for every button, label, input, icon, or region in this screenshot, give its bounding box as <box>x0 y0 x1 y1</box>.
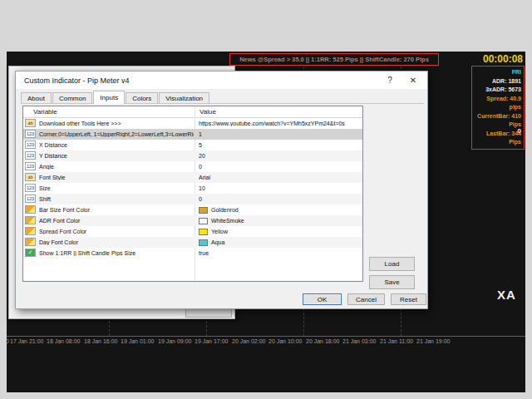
tab-colors[interactable]: Colors <box>126 92 158 104</box>
tab-visualization[interactable]: Visualization <box>159 92 209 104</box>
variable-value[interactable]: 20 <box>199 153 362 159</box>
variable-name: Corner,0=UpperLeft, 1=UpperRight,2=Lower… <box>39 131 194 137</box>
variable-name: Font Style <box>39 175 194 180</box>
column-header-value[interactable]: Value <box>200 108 216 116</box>
variable-name: Size <box>39 185 194 191</box>
tab-divider <box>21 103 424 104</box>
table-row[interactable]: Day Font Color Aqua <box>23 237 362 248</box>
variable-name: Day Font Color <box>39 239 194 245</box>
help-button[interactable]: ? <box>377 71 402 89</box>
table-row[interactable]: Bar Size Font Color Goldenrod <box>23 204 362 215</box>
table-row[interactable]: Spread Font Color Yellow <box>23 226 362 237</box>
close-icon[interactable]: ✕ <box>401 71 426 89</box>
table-row[interactable]: ab Font Style Arial <box>23 172 362 183</box>
table-row[interactable]: 123 Corner,0=UpperLeft, 1=UpperRight,2=L… <box>23 129 362 140</box>
time-label: 21 Jan 19:00 <box>416 338 450 344</box>
last-bar-value: LastBar: 344 Pips <box>475 130 521 147</box>
color-name: Aqua <box>211 239 224 245</box>
table-row[interactable]: ab Download other Tools Here >>> https:/… <box>23 118 362 129</box>
variable-value[interactable]: true <box>199 250 362 256</box>
table-row[interactable]: 123 Size 10 <box>23 183 362 194</box>
time-axis[interactable]: 0 17 Jan 21:00 18 Jan 08:00 18 Jan 16:00… <box>7 338 525 348</box>
day-label: FRI <box>475 68 521 77</box>
ok-button[interactable]: OK <box>303 293 342 305</box>
variable-name: Shift <box>39 196 194 202</box>
column-header-variable[interactable]: Variable <box>33 108 57 116</box>
time-label: 19 Jan 17:00 <box>195 338 228 344</box>
table-row[interactable]: 123 Shift 0 <box>23 194 362 204</box>
table-header: Variable Value <box>23 106 362 118</box>
color-type-icon <box>25 238 36 246</box>
variable-value[interactable]: Goldenrod <box>199 207 362 214</box>
integer-type-icon: 123 <box>25 162 36 170</box>
table-row[interactable]: ADR Font Color WhiteSmoke <box>23 215 362 226</box>
color-type-icon <box>25 227 36 235</box>
screenshot-root: News @Spread > 35.0 || 1:1RR: 525 Pips |… <box>0 0 532 399</box>
variable-name: X Distance <box>39 142 194 148</box>
tab-inputs[interactable]: Inputs <box>93 91 125 104</box>
variable-value[interactable]: Aqua <box>199 239 362 246</box>
tab-about[interactable]: About <box>21 92 52 104</box>
tab-common[interactable]: Common <box>52 92 92 104</box>
time-label: 17 Jan 21:00 <box>10 338 43 344</box>
boolean-type-icon: ✓ <box>25 249 36 257</box>
variable-name: Bar Size Font Color <box>39 207 194 213</box>
time-label: 20 Jan 18:00 <box>306 338 339 344</box>
integer-type-icon: 123 <box>25 195 36 203</box>
integer-type-icon: 123 <box>25 184 36 192</box>
variable-value[interactable]: WhiteSmoke <box>199 218 362 224</box>
color-name: Goldenrod <box>211 207 239 213</box>
variable-name: Spread Font Color <box>39 229 194 234</box>
variable-name: Angle <box>39 164 194 170</box>
time-label: 19 Jan 01:00 <box>121 338 154 344</box>
time-label: 0 <box>6 338 9 344</box>
custom-indicator-dialog[interactable]: Custom Indicator - Pip Meter v4 ? ✕ Abou… <box>15 71 428 309</box>
time-label: 20 Jan 02:00 <box>232 338 265 344</box>
variable-value[interactable]: https://www.youtube.com/watch?v=YMh5xzYP… <box>199 121 362 126</box>
variable-name: Y Distance <box>39 153 194 159</box>
color-swatch <box>199 218 208 224</box>
table-row[interactable]: 123 Y Distance 20 <box>23 150 362 161</box>
integer-type-icon: 123 <box>25 130 36 138</box>
time-label: 18 Jan 08:00 <box>47 338 80 344</box>
string-type-icon: ab <box>25 173 36 181</box>
load-button[interactable]: Load <box>369 257 415 271</box>
table-row[interactable]: ✓ Show 1:1RR || Shift Candle Pips Size t… <box>23 248 362 259</box>
current-bar-value: CurrentBar: 410 Pips <box>475 112 521 130</box>
time-axis-line <box>7 336 525 337</box>
color-type-icon <box>25 216 36 224</box>
time-label: 21 Jan 11:00 <box>380 338 413 344</box>
variable-value[interactable]: Arial <box>199 175 362 180</box>
color-swatch <box>199 239 208 246</box>
save-button[interactable]: Save <box>369 275 415 289</box>
integer-type-icon: 123 <box>25 151 36 160</box>
adr-value: ADR: 1891 <box>475 77 521 86</box>
color-name: WhiteSmoke <box>211 218 244 224</box>
news-alert-label: News @Spread > 35.0 || 1:1RR: 525 Pips |… <box>229 53 439 66</box>
variable-value[interactable]: 0 <box>199 196 362 202</box>
color-type-icon <box>25 205 36 214</box>
variable-value[interactable]: 10 <box>199 185 362 191</box>
table-row[interactable]: 123 Angle 0 <box>23 161 362 172</box>
variable-value[interactable]: Yellow <box>199 229 362 235</box>
variable-name: Show 1:1RR || Shift Candle Pips Size <box>39 250 194 256</box>
inputs-table: Variable Value ab Download other Tools H… <box>22 106 363 282</box>
table-row[interactable]: 123 X Distance 5 <box>23 140 362 150</box>
dialog-titlebar[interactable]: Custom Indicator - Pip Meter v4 <box>16 71 427 89</box>
time-label: 20 Jan 10:00 <box>268 338 302 344</box>
time-label: 19 Jan 09:00 <box>158 338 191 344</box>
symbol-watermark: XA <box>497 288 516 302</box>
variable-value[interactable]: 5 <box>199 142 362 148</box>
color-swatch <box>199 229 208 235</box>
time-label: 18 Jan 16:00 <box>84 338 117 344</box>
integer-type-icon: 123 <box>25 140 36 149</box>
variable-value[interactable]: 0 <box>199 164 362 170</box>
cancel-button[interactable]: Cancel <box>347 293 385 305</box>
color-name: Yellow <box>211 229 228 234</box>
reset-button[interactable]: Reset <box>391 293 426 305</box>
dialog-title: Custom Indicator - Pip Meter v4 <box>16 76 130 85</box>
variable-name: ADR Font Color <box>39 218 194 224</box>
variable-value[interactable]: 1 <box>199 131 362 137</box>
pip-meter-info-panel: FRI ADR: 1891 3xADR: 5673 Spread: 40.9 p… <box>471 66 525 150</box>
info-zero-value: 0 <box>518 127 521 135</box>
